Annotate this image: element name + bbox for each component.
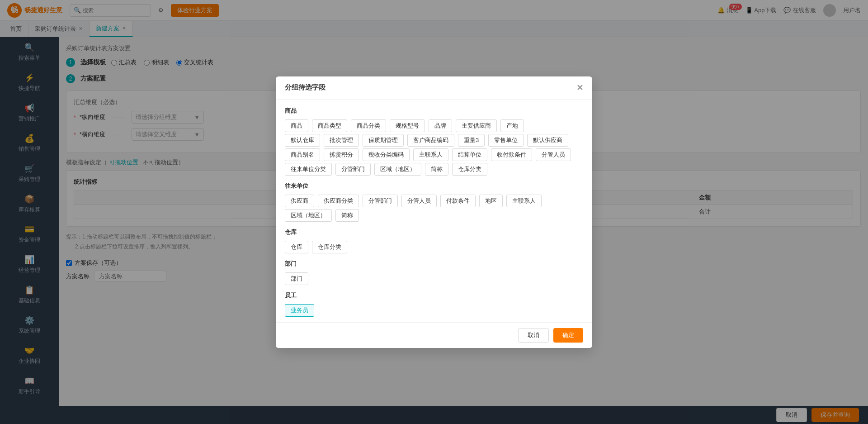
- goods-tags-row: 商品 商品类型 商品分类 规格型号 品牌 主要供应商 产地: [285, 119, 583, 132]
- tag-manage-person[interactable]: 分管人员: [401, 195, 437, 207]
- tag-origin[interactable]: 产地: [500, 119, 524, 132]
- tag-wh-category[interactable]: 仓库分类: [452, 163, 487, 176]
- modal-confirm-btn[interactable]: 确定: [553, 328, 583, 343]
- tag-goods[interactable]: 商品: [285, 119, 308, 132]
- tag-partner-category[interactable]: 往来单位分类: [285, 163, 332, 176]
- modal-header: 分组待选字段 ✕: [276, 76, 592, 100]
- tag-retail-unit[interactable]: 零售单位: [488, 134, 524, 147]
- tag-main-contact2[interactable]: 主联系人: [506, 195, 542, 207]
- tag-warehouse-cat[interactable]: 仓库分类: [312, 241, 347, 253]
- tag-payment-terms[interactable]: 收付款条件: [491, 148, 532, 161]
- tag-default-supplier[interactable]: 默认供应商: [527, 134, 568, 147]
- goods-tags-row2: 默认仓库 批次管理 保质期管理 客户商品编码 重量3 零售单位 默认供应商: [285, 134, 583, 147]
- modal-overlay: 分组待选字段 ✕ 商品 商品 商品类型 商品分类 规格型号 品牌 主要供应商 产…: [0, 0, 868, 424]
- tag-manager[interactable]: 分管人员: [536, 148, 571, 161]
- section-partner-title: 往来单位: [285, 182, 583, 190]
- tag-spec-model[interactable]: 规格型号: [390, 119, 425, 132]
- dept-tags-row: 部门: [285, 272, 583, 285]
- tag-main-supplier[interactable]: 主要供应商: [456, 119, 497, 132]
- partner-tags-row2: 区域（地区） 简称: [285, 209, 583, 222]
- tag-warehouse[interactable]: 仓库: [285, 241, 308, 253]
- section-dept-title: 部门: [285, 260, 583, 268]
- warehouse-tags-row: 仓库 仓库分类: [285, 241, 583, 253]
- tag-supplier-category[interactable]: 供应商分类: [318, 195, 359, 207]
- tag-settlement-unit[interactable]: 结算单位: [452, 148, 487, 161]
- section-warehouse-title: 仓库: [285, 228, 583, 236]
- tag-abbr2[interactable]: 简称: [335, 209, 359, 222]
- modal-body: 商品 商品 商品类型 商品分类 规格型号 品牌 主要供应商 产地 默认仓库 批次…: [276, 100, 592, 322]
- goods-tags-row4: 往来单位分类 分管部门 区域（地区） 简称 仓库分类: [285, 163, 583, 176]
- tag-region[interactable]: 区域（地区）: [374, 163, 421, 176]
- tag-brand[interactable]: 品牌: [429, 119, 452, 132]
- tag-goods-type[interactable]: 商品类型: [312, 119, 347, 132]
- tag-supplier[interactable]: 供应商: [285, 195, 314, 207]
- tag-quality[interactable]: 保质期管理: [363, 134, 404, 147]
- modal-footer: 取消 确定: [276, 322, 592, 348]
- goods-tags-row3: 商品别名 拣货积分 税收分类编码 主联系人 结算单位 收付款条件 分管人员: [285, 148, 583, 161]
- modal-title: 分组待选字段: [285, 83, 326, 92]
- tag-customer-code[interactable]: 客户商品编码: [407, 134, 454, 147]
- tag-tax-code[interactable]: 税收分类编码: [363, 148, 410, 161]
- tag-region2[interactable]: 区域（地区）: [285, 209, 332, 222]
- tag-batch[interactable]: 批次管理: [324, 134, 359, 147]
- tag-abbr[interactable]: 简称: [425, 163, 448, 176]
- tag-area[interactable]: 地区: [479, 195, 503, 207]
- modal-close-btn[interactable]: ✕: [576, 83, 583, 93]
- section-employee-title: 员工: [285, 291, 583, 300]
- tag-default-warehouse[interactable]: 默认仓库: [285, 134, 320, 147]
- tag-weight3[interactable]: 重量3: [458, 134, 485, 147]
- tag-dept[interactable]: 分管部门: [335, 163, 371, 176]
- tag-goods-alias[interactable]: 商品别名: [285, 148, 320, 161]
- modal-cancel-btn[interactable]: 取消: [518, 328, 549, 343]
- employee-tags-row: 业务员: [285, 304, 583, 317]
- section-goods-title: 商品: [285, 107, 583, 115]
- tag-dept2[interactable]: 部门: [285, 272, 308, 285]
- modal-box: 分组待选字段 ✕ 商品 商品 商品类型 商品分类 规格型号 品牌 主要供应商 产…: [276, 76, 592, 348]
- partner-tags-row1: 供应商 供应商分类 分管部门 分管人员 付款条件 地区 主联系人: [285, 195, 583, 207]
- tag-main-contact[interactable]: 主联系人: [413, 148, 448, 161]
- tag-pick-score[interactable]: 拣货积分: [324, 148, 359, 161]
- tag-manage-dept[interactable]: 分管部门: [363, 195, 398, 207]
- tag-employee[interactable]: 业务员: [285, 304, 314, 317]
- tag-goods-category[interactable]: 商品分类: [351, 119, 386, 132]
- tag-payment-cond[interactable]: 付款条件: [440, 195, 476, 207]
